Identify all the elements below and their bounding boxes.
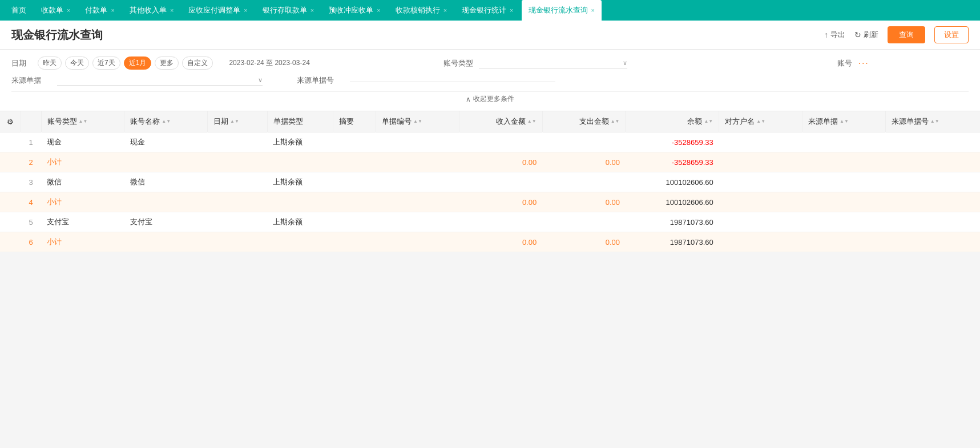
- row-summary: [333, 212, 376, 232]
- table-row: 6 小计 0.00 0.00 19871073.60: [0, 232, 980, 252]
- nav-tab-yinhangcunqu[interactable]: 银行存取款单 ×: [256, 0, 321, 21]
- row-expense: 0.00: [542, 232, 626, 252]
- refresh-button[interactable]: ↻ 刷新: [854, 30, 878, 40]
- date-btn-yesterday[interactable]: 昨天: [38, 56, 62, 70]
- row-source-doc: [802, 152, 886, 172]
- nav-tab-fukuandan[interactable]: 付款单 ×: [78, 0, 121, 21]
- row-account-type: 小计: [41, 232, 124, 252]
- date-btn-1month[interactable]: 近1月: [124, 56, 152, 70]
- row-settings-cell: [0, 212, 21, 232]
- row-balance: 19871073.60: [626, 232, 719, 252]
- th-source-doc-no[interactable]: 来源单据号 ▲▼: [885, 111, 980, 132]
- nav-tab-xianjin-liushui[interactable]: 现金银行流水查询 ×: [522, 0, 602, 21]
- row-date: [208, 232, 268, 252]
- refresh-icon: ↻: [854, 30, 861, 39]
- close-tab-1-icon[interactable]: ×: [111, 7, 114, 14]
- account-no-dots-button[interactable]: ···: [858, 58, 869, 68]
- row-counterparty: [719, 132, 802, 152]
- table-row: 2 小计 0.00 0.00 -3528659.33: [0, 152, 980, 172]
- source-doc-select[interactable]: ∨: [57, 75, 263, 86]
- th-income[interactable]: 收入金额 ▲▼: [459, 111, 542, 132]
- row-balance: -3528659.33: [626, 132, 719, 152]
- row-settings-cell: [0, 152, 21, 172]
- account-type-chevron-icon: ∨: [623, 59, 627, 67]
- row-account-name: 支付宝: [124, 212, 208, 232]
- source-doc-no-label: 来源单据号: [297, 75, 334, 86]
- row-summary: [333, 152, 376, 172]
- nav-tab-shoukuandan[interactable]: 收款单 ×: [34, 0, 77, 21]
- settings-button[interactable]: 设置: [934, 26, 969, 43]
- th-counterparty[interactable]: 对方户名 ▲▼: [719, 111, 802, 132]
- row-date: [208, 192, 268, 212]
- row-source-doc: [802, 172, 886, 192]
- close-tab-7-icon[interactable]: ×: [510, 7, 513, 14]
- row-income: [459, 212, 542, 232]
- row-doc-no: [376, 172, 459, 192]
- row-doc-type: 上期余额: [267, 132, 333, 152]
- date-btn-more[interactable]: 更多: [155, 56, 179, 70]
- row-settings-cell: [0, 132, 21, 152]
- sort-account-type-icon: ▲▼: [79, 119, 88, 124]
- date-btn-7days[interactable]: 近7天: [92, 56, 120, 70]
- row-counterparty: [719, 172, 802, 192]
- row-balance: 19871073.60: [626, 212, 719, 232]
- close-tab-6-icon[interactable]: ×: [443, 7, 447, 14]
- th-settings[interactable]: ⚙: [0, 111, 21, 132]
- th-account-type[interactable]: 账号类型 ▲▼: [41, 111, 124, 132]
- row-doc-type: 上期余额: [267, 212, 333, 232]
- th-balance[interactable]: 余额 ▲▼: [626, 111, 719, 132]
- row-summary: [333, 132, 376, 152]
- nav-tab-qitashouruden[interactable]: 其他收入单 ×: [123, 0, 180, 21]
- row-doc-type: [267, 232, 333, 252]
- nav-tab-yingshouyingfu[interactable]: 应收应付调整单 ×: [182, 0, 254, 21]
- account-type-select[interactable]: ∨: [479, 58, 627, 68]
- row-counterparty: [719, 232, 802, 252]
- row-doc-no: [376, 212, 459, 232]
- date-options: 昨天 今天 近7天 近1月 更多 自定义: [38, 56, 213, 70]
- row-doc-type: [267, 152, 333, 172]
- th-date[interactable]: 日期 ▲▼: [208, 111, 268, 132]
- row-source-doc: [802, 192, 886, 212]
- row-doc-type: 上期余额: [267, 172, 333, 192]
- close-tab-2-icon[interactable]: ×: [170, 7, 174, 14]
- row-date: [208, 132, 268, 152]
- date-btn-today[interactable]: 今天: [65, 56, 89, 70]
- nav-home[interactable]: 首页: [5, 0, 33, 21]
- source-doc-no-input[interactable]: [350, 79, 555, 82]
- th-index: [21, 111, 41, 132]
- row-counterparty: [719, 192, 802, 212]
- row-account-type: 现金: [41, 132, 124, 152]
- row-account-type: 微信: [41, 172, 124, 192]
- close-tab-4-icon[interactable]: ×: [310, 7, 314, 14]
- row-expense: 0.00: [542, 152, 626, 172]
- sort-date-icon: ▲▼: [230, 119, 239, 124]
- th-doc-no[interactable]: 单据编号 ▲▼: [376, 111, 459, 132]
- close-tab-3-icon[interactable]: ×: [244, 7, 247, 14]
- filter-area: 日期 昨天 今天 近7天 近1月 更多 自定义 2023-02-24 至 202…: [0, 50, 980, 111]
- row-settings-cell: [0, 232, 21, 252]
- query-button[interactable]: 查询: [888, 26, 925, 43]
- row-account-type: 小计: [41, 192, 124, 212]
- date-btn-custom[interactable]: 自定义: [182, 56, 213, 70]
- row-counterparty: [719, 212, 802, 232]
- row-doc-no: [376, 152, 459, 172]
- close-tab-8-icon[interactable]: ×: [591, 7, 595, 14]
- th-account-name[interactable]: 账号名称 ▲▼: [124, 111, 208, 132]
- row-doc-type: [267, 192, 333, 212]
- close-tab-0-icon[interactable]: ×: [67, 7, 70, 14]
- th-expense[interactable]: 支出金额 ▲▼: [542, 111, 626, 132]
- close-tab-5-icon[interactable]: ×: [377, 7, 380, 14]
- row-income: [459, 132, 542, 152]
- nav-tab-yushoujia[interactable]: 预收冲应收单 ×: [322, 0, 387, 21]
- filter-row-date: 日期 昨天 今天 近7天 近1月 更多 自定义 2023-02-24 至 202…: [11, 56, 969, 70]
- row-date: [208, 172, 268, 192]
- table-row: 5 支付宝 支付宝 上期余额 19871073.60: [0, 212, 980, 232]
- export-button[interactable]: ↑ 导出: [824, 30, 845, 40]
- nav-tab-shoukuanhe[interactable]: 收款核销执行 ×: [389, 0, 454, 21]
- nav-tab-xianjinyinhang-tongji[interactable]: 现金银行统计 ×: [455, 0, 520, 21]
- row-account-type: 小计: [41, 152, 124, 172]
- page-title: 现金银行流水查询: [11, 27, 103, 43]
- row-expense: [542, 132, 626, 152]
- collapse-filter-button[interactable]: ∧ 收起更多条件: [11, 91, 969, 106]
- th-source-doc[interactable]: 来源单据 ▲▼: [802, 111, 886, 132]
